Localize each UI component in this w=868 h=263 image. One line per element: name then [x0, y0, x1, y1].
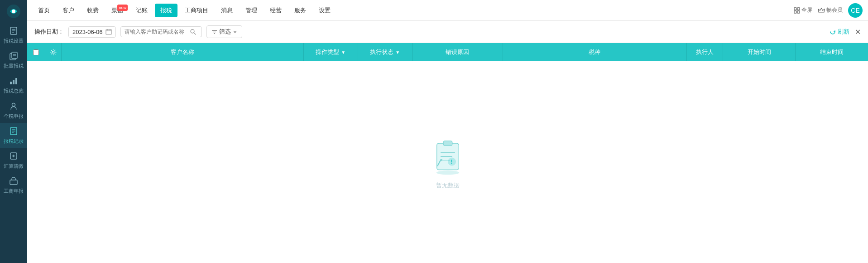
sidebar-item-baoshui-shezhi[interactable]: 报税设置: [0, 23, 27, 48]
svg-rect-24: [794, 11, 796, 13]
gongshang-nianbao-icon: [9, 176, 18, 187]
status-sort-icon: ▼: [395, 50, 400, 55]
search-icon: [190, 29, 196, 35]
topnav-item-baoshui[interactable]: 报税: [155, 4, 177, 17]
date-picker[interactable]: 2023-06-06: [68, 26, 116, 38]
table-container: 客户名称 操作类型 ▼ 执行状态 ▼ 错误原因 税种 执行人: [27, 43, 868, 263]
svg-rect-26: [106, 29, 111, 34]
vip-button[interactable]: 畅会员: [818, 6, 843, 14]
sidebar-item-geshuishenb[interactable]: 个税申报: [0, 98, 27, 123]
svg-rect-7: [12, 52, 17, 58]
sidebar-item-gongshang-nianbao-label: 工商年报: [4, 188, 24, 194]
sidebar-item-piliang-baoshui[interactable]: 批量报税: [0, 48, 27, 73]
topnav-items: 首页 客户 收费 票据 new 记账 报税 工商项目 消息: [33, 4, 794, 17]
th-settings[interactable]: [45, 43, 62, 61]
refresh-button[interactable]: 刷新: [830, 28, 849, 36]
refresh-label: 刷新: [838, 28, 849, 36]
baoshui-jilu-icon: [9, 127, 18, 137]
th-end-time: 结束时间: [796, 43, 868, 61]
toolbar-right: 刷新 ✕: [830, 28, 861, 36]
topnav-item-jingying[interactable]: 经营: [264, 4, 287, 17]
empty-state: ! 暂无数据: [409, 117, 486, 208]
sidebar: 报税设置 批量报税 报税总览 个税申报 报税记录 汇算清缴 工商: [0, 0, 27, 263]
th-checkbox[interactable]: [27, 43, 45, 61]
svg-rect-11: [13, 80, 14, 84]
content: 操作日期： 2023-06-06 筛选 刷新 ✕: [27, 21, 868, 263]
svg-rect-25: [797, 11, 800, 13]
th-tax-type: 税种: [503, 43, 687, 61]
empty-text: 暂无数据: [436, 181, 460, 190]
svg-line-31: [194, 33, 196, 34]
select-all-checkbox[interactable]: [33, 49, 39, 55]
svg-text:!: !: [451, 159, 452, 165]
th-error-reason: 错误原因: [412, 43, 503, 61]
svg-rect-10: [10, 82, 12, 84]
topnav-item-shezhi[interactable]: 设置: [313, 4, 336, 17]
sidebar-item-geshuishenb-label: 个税申报: [4, 113, 24, 119]
th-executor: 执行人: [687, 43, 723, 61]
svg-point-1: [12, 10, 15, 13]
th-exec-status[interactable]: 执行状态 ▼: [358, 43, 412, 61]
svg-point-35: [52, 51, 54, 54]
sidebar-item-baoshui-zonglan[interactable]: 报税总览: [0, 73, 27, 97]
filter-label: 筛选: [219, 28, 231, 36]
th-op-type[interactable]: 操作类型 ▼: [304, 43, 358, 61]
toolbar: 操作日期： 2023-06-06 筛选 刷新 ✕: [27, 21, 868, 43]
topnav-item-piao[interactable]: 票据 new: [106, 4, 129, 17]
avatar-text: CE: [851, 7, 859, 14]
main-area: 首页 客户 收费 票据 new 记账 报税 工商项目 消息: [27, 0, 868, 263]
search-box[interactable]: [120, 26, 202, 37]
filter-button[interactable]: 筛选: [206, 25, 242, 38]
topnav-item-fuwu[interactable]: 服务: [289, 4, 312, 17]
optype-sort-icon: ▼: [341, 50, 345, 55]
sidebar-item-baoshui-jilu[interactable]: 报税记录: [0, 123, 27, 148]
table-body: ! 暂无数据: [27, 61, 868, 263]
topnav-item-client[interactable]: 客户: [57, 4, 80, 17]
topnav: 首页 客户 收费 票据 new 记账 报税 工商项目 消息: [27, 0, 868, 21]
close-button[interactable]: ✕: [855, 28, 861, 36]
sidebar-item-baoshui-jilu-label: 报税记录: [4, 138, 24, 144]
date-value: 2023-06-06: [72, 29, 103, 35]
baoshui-zonglan-icon: [9, 76, 18, 87]
chevron-down-icon: [233, 29, 237, 34]
svg-point-36: [436, 170, 459, 175]
svg-rect-38: [443, 141, 452, 146]
new-badge: new: [117, 5, 128, 11]
sidebar-item-baoshui-zonglan-label: 报税总览: [4, 88, 24, 94]
search-input[interactable]: [125, 29, 188, 35]
topnav-item-gongshang[interactable]: 工商项目: [179, 4, 214, 17]
topnav-item-shoufei[interactable]: 收费: [82, 4, 104, 17]
vip-label: 畅会员: [826, 6, 843, 14]
topnav-item-xiaox[interactable]: 消息: [216, 4, 238, 17]
th-client-name: 客户名称: [62, 43, 304, 61]
table-header: 客户名称 操作类型 ▼ 执行状态 ▼ 错误原因 税种 执行人: [27, 43, 868, 61]
svg-point-13: [12, 103, 15, 106]
fullscreen-label: 全屏: [801, 6, 812, 14]
sidebar-item-gongshang-nianbao[interactable]: 工商年报: [0, 173, 27, 198]
filter-icon: [211, 29, 217, 35]
empty-illustration: !: [427, 135, 468, 176]
th-start-time: 开始时间: [723, 43, 796, 61]
svg-rect-23: [797, 8, 800, 10]
sidebar-item-huisuan-jiaona[interactable]: 汇算清缴: [0, 148, 27, 173]
svg-rect-22: [794, 8, 796, 10]
settings-icon: [50, 49, 57, 56]
huisuan-jiaona-icon: [9, 151, 18, 162]
topnav-item-jizhang[interactable]: 记账: [130, 4, 153, 17]
sidebar-item-huisuan-jiaona-label: 汇算清缴: [4, 163, 24, 169]
sidebar-item-piliang-baoshui-label: 批量报税: [4, 63, 24, 69]
fullscreen-button[interactable]: 全屏: [794, 6, 812, 14]
topnav-item-home[interactable]: 首页: [33, 4, 55, 17]
avatar[interactable]: CE: [848, 3, 863, 18]
topnav-item-guanl[interactable]: 管理: [240, 4, 263, 17]
app-logo: [0, 0, 27, 23]
date-label: 操作日期：: [34, 28, 64, 36]
topnav-right: 全屏 畅会员 CE: [794, 3, 863, 18]
sidebar-item-baoshui-shezhi-label: 报税设置: [4, 38, 24, 44]
calendar-icon: [106, 29, 112, 35]
piliang-baoshui-icon: [9, 51, 18, 62]
geshuishenb-icon: [9, 102, 18, 112]
refresh-icon: [830, 29, 836, 35]
svg-rect-21: [10, 180, 17, 185]
baoshui-shezhi-icon: [9, 26, 18, 37]
